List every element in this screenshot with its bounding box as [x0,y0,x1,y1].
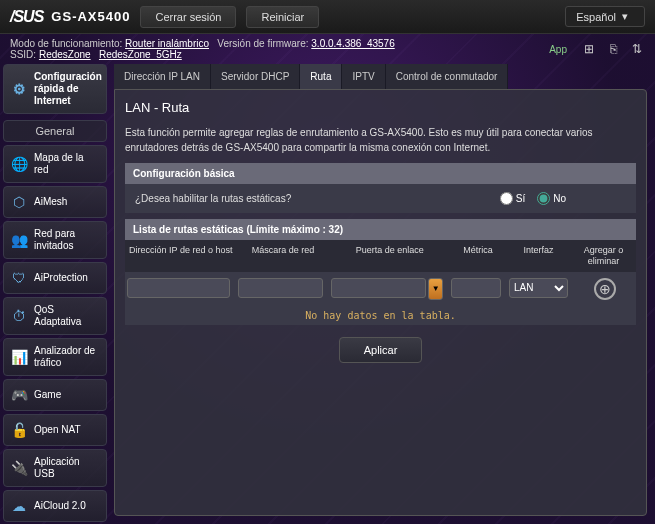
tab-4[interactable]: Control de conmutador [386,64,509,89]
nav-general-1-label: AiMesh [34,196,67,208]
question-label: ¿Desea habilitar la rutas estáticas? [135,193,488,204]
language-select[interactable]: Español ▾ [565,6,645,27]
nav-general-2-label: Red para invitados [34,228,100,252]
nav-general-6-icon: 🎮 [10,386,28,404]
nav-general-9-icon: ☁ [10,497,28,515]
brand-logo: /SUS [10,8,43,26]
ssid-1-link[interactable]: RedesZone [39,49,91,60]
language-label: Español [576,11,616,23]
section-general: General [3,120,107,142]
content: Dirección IP LANServidor DHCPRutaIPTVCon… [110,64,655,524]
nav-general-1-icon: ⬡ [10,193,28,211]
nav-general-9[interactable]: ☁AiCloud 2.0 [3,490,107,522]
nav-general-6[interactable]: 🎮Game [3,379,107,411]
nav-general-8-label: Aplicación USB [34,456,100,480]
nav-quickstart-label: Configuración rápida de Internet [34,71,102,107]
panel-description: Esta función permite agregar reglas de e… [125,125,636,155]
topbar: /SUS GS-AX5400 Cerrar sesión Reiniciar E… [0,0,655,34]
nav-general-1[interactable]: ⬡AiMesh [3,186,107,218]
col-metric: Métrica [450,240,506,272]
tab-3[interactable]: IPTV [342,64,385,89]
interface-select[interactable]: LAN [509,278,567,298]
firmware-label: Versión de firmware: [217,38,308,49]
col-interface: Interfaz [506,240,571,272]
nav-general-6-label: Game [34,389,61,401]
tab-0[interactable]: Dirección IP LAN [114,64,211,89]
nav-general-2[interactable]: 👥Red para invitados [3,221,107,259]
nav-general-3[interactable]: 🛡AiProtection [3,262,107,294]
firmware-value-link[interactable]: 3.0.0.4.386_43576 [311,38,394,49]
nav-quickstart-icon: ⚙ [10,80,28,98]
wifi-icon[interactable]: ⇅ [629,41,645,57]
metric-input[interactable] [451,278,501,298]
app-badge[interactable]: App [543,42,573,57]
nav-general-4-label: QoS Adaptativa [34,304,100,328]
radio-yes-input[interactable] [500,192,513,205]
panel: LAN - Ruta Esta función permite agregar … [114,89,647,516]
nav-general-4-icon: ⏱ [10,307,28,325]
mode-value-link[interactable]: Router inalámbrico [125,38,209,49]
col-mask: Máscara de red [236,240,329,272]
nav-general-9-label: AiCloud 2.0 [34,500,86,512]
tabs: Dirección IP LANServidor DHCPRutaIPTVCon… [114,64,647,89]
tab-2[interactable]: Ruta [300,64,342,89]
radio-no-label: No [553,193,566,204]
ssid-2-link[interactable]: RedesZone_5GHz [99,49,182,60]
add-row-button[interactable]: ⊕ [594,278,616,300]
nav-general-8[interactable]: 🔌Aplicación USB [3,449,107,487]
nav-general-0-label: Mapa de la red [34,152,100,176]
nav-general-0-icon: 🌐 [10,155,28,173]
nav-general-7-icon: 🔓 [10,421,28,439]
nav-general-0[interactable]: 🌐Mapa de la red [3,145,107,183]
table-header: Dirección IP de red o host Máscara de re… [125,240,636,272]
table-input-row: ▼ LAN ⊕ [125,272,636,306]
model-name: GS-AX5400 [51,9,130,24]
col-gateway: Puerta de enlace [329,240,450,272]
nav-general-7[interactable]: 🔓Open NAT [3,414,107,446]
gateway-input[interactable] [331,278,426,298]
grid-icon[interactable]: ⊞ [581,41,597,57]
nav-general-5-label: Analizador de tráfico [34,345,100,369]
tab-1[interactable]: Servidor DHCP [211,64,300,89]
nav-general-5[interactable]: 📊Analizador de tráfico [3,338,107,376]
nav-general-3-label: AiProtection [34,272,88,284]
col-ip: Dirección IP de red o host [125,240,236,272]
radio-no-input[interactable] [537,192,550,205]
nav-general-7-label: Open NAT [34,424,81,436]
section-basic-header: Configuración básica [125,163,636,184]
panel-title: LAN - Ruta [125,100,636,115]
link-icon[interactable]: ⎘ [605,41,621,57]
gateway-dropdown-button[interactable]: ▼ [428,278,443,300]
mode-label: Modo de funcionamiento: [10,38,122,49]
mask-input[interactable] [238,278,323,298]
chevron-down-icon: ▾ [622,10,628,23]
nav-quickstart[interactable]: ⚙Configuración rápida de Internet [3,64,107,114]
nav-general-5-icon: 📊 [10,348,28,366]
sidebar: ⚙Configuración rápida de InternetGeneral… [0,64,110,524]
col-action: Agregar o eliminar [571,240,636,272]
nav-general-3-icon: 🛡 [10,269,28,287]
info-bar: Modo de funcionamiento: Router inalámbri… [0,34,655,64]
ssid-label: SSID: [10,49,36,60]
radio-yes[interactable]: Sí [500,192,525,205]
nav-general-4[interactable]: ⏱QoS Adaptativa [3,297,107,335]
nav-general-2-icon: 👥 [10,231,28,249]
apply-button[interactable]: Aplicar [339,337,423,363]
empty-table-message: No hay datos en la tabla. [125,306,636,325]
radio-yes-label: Sí [516,193,525,204]
reboot-button[interactable]: Reiniciar [246,6,319,28]
section-list-header: Lista de rutas estáticas (Límite máximo … [125,219,636,240]
radio-no[interactable]: No [537,192,566,205]
ip-input[interactable] [127,278,230,298]
nav-general-8-icon: 🔌 [10,459,28,477]
logout-button[interactable]: Cerrar sesión [140,6,236,28]
static-routes-question-row: ¿Desea habilitar la rutas estáticas? Sí … [125,184,636,213]
